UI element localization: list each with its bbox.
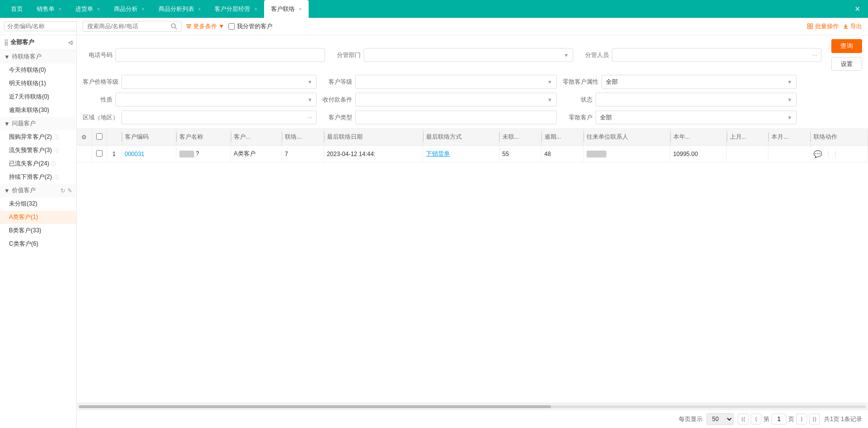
row-no-contact: 55 [499, 146, 541, 162]
sidebar-item-ungroup[interactable]: 未分组(32) [0, 197, 76, 211]
svg-rect-8 [811, 24, 813, 26]
unit-contact-blur [587, 151, 606, 158]
row-last-contact-method[interactable]: 下销货单 [423, 146, 499, 162]
close-sales-icon[interactable]: × [58, 6, 61, 12]
query-button[interactable]: 查询 [831, 39, 862, 53]
filter-customer-type: 客户类型 [323, 110, 562, 124]
row-name: ? [176, 146, 230, 162]
batch-ops-button[interactable]: 批量操作 [807, 22, 839, 31]
sidebar-item-b-class[interactable]: B类客户(33) [0, 224, 76, 237]
status-select[interactable]: ▼ [596, 93, 797, 107]
sidebar-search-input[interactable] [4, 21, 77, 31]
filter-customer-level: 客户等级 ▼ [323, 75, 562, 89]
nature-chevron-down-icon: ▼ [307, 97, 312, 103]
chat-icon[interactable]: 💬 [814, 150, 822, 158]
type-column-header: 客户... [230, 129, 281, 146]
next-page-button[interactable]: ⟩ [796, 414, 807, 425]
nav-customer-tier[interactable]: 客户分层经营 × [208, 0, 264, 18]
edit-icon[interactable]: ✎ [67, 187, 72, 194]
page-size-select[interactable]: 50 100 200 [706, 413, 734, 425]
region-select[interactable]: ··· [121, 110, 317, 124]
retail-attr-select[interactable]: 全部 ▼ [601, 75, 797, 89]
close-purchase-icon[interactable]: × [97, 6, 100, 12]
sidebar-item-a-class[interactable]: A类客户(1) [0, 211, 76, 224]
scrollbar-thumb[interactable] [79, 405, 551, 408]
sidebar-item-hoarding[interactable]: 囤购异常客户(2) ⓘ [0, 130, 76, 144]
last-page-button[interactable]: ⟩⟩ [809, 414, 820, 425]
nav-product-analysis[interactable]: 商品分析 × [107, 0, 152, 18]
close-all-button[interactable]: × [851, 4, 864, 14]
row-last-contact-date: 2023-04-12 14:44: [324, 146, 423, 162]
settings-button[interactable]: 设置 [831, 57, 862, 71]
row-this-year: 10995.00 [670, 146, 726, 162]
row-index: 1 [107, 146, 121, 162]
nav-sales[interactable]: 销售单 × [30, 0, 68, 18]
prev-page-button[interactable]: ⟨ [751, 414, 761, 425]
sidebar-item-churn-warning[interactable]: 流失预警客户(3) ⓘ [0, 144, 76, 157]
nav-purchase[interactable]: 进货单 × [68, 0, 107, 18]
checkbox-column-header[interactable] [92, 129, 107, 146]
retail-customer-chevron-down-icon: ▼ [787, 115, 792, 120]
close-customer-contact-icon[interactable]: × [299, 6, 302, 12]
select-all-checkbox[interactable] [96, 133, 103, 140]
main-search-input[interactable] [87, 23, 168, 30]
sidebar-item-c-class[interactable]: C类客户(6) [0, 237, 76, 251]
pending-contact-group[interactable]: ▼ 待联络客户 [0, 50, 76, 63]
my-customers-checkbox[interactable]: 我分管的客户 [228, 22, 272, 31]
price-level-select[interactable]: ▼ [121, 75, 317, 89]
top-navigation: 首页 销售单 × 进货单 × 商品分析 × 商品分析列表 × 客户分层经营 × … [0, 0, 868, 18]
all-customers-header[interactable]: ⣿ 全部客户 ◁ [0, 35, 76, 50]
customer-level-select[interactable]: ▼ [355, 75, 556, 89]
overdue-column-header: 逾期... [541, 129, 583, 146]
payment-select[interactable]: ▼ [355, 93, 556, 107]
sidebar-item-churned[interactable]: 已流失客户(24) ⓘ [0, 157, 76, 170]
nature-select[interactable]: ▼ [115, 93, 317, 107]
qr-icon[interactable]: ⋮⋮ [825, 150, 839, 158]
refresh-icon[interactable]: ↻ [60, 187, 65, 194]
row-checkbox[interactable] [96, 150, 103, 157]
first-page-button[interactable]: ⟨⟨ [738, 414, 749, 425]
more-filters-button[interactable]: 更多条件 ▼ [186, 22, 224, 31]
pagination-bar: 每页显示 50 100 200 ⟨⟨ ⟨ 第 页 ⟩ ⟩⟩ 共1页 1条记录 [77, 410, 868, 428]
svg-line-3 [175, 27, 177, 29]
sidebar-item-overdue[interactable]: 逾期未联络(30) [0, 104, 76, 117]
dept-select[interactable]: ▼ [364, 48, 573, 62]
customer-type-input[interactable] [355, 110, 556, 124]
sidebar: ⣿ 全部客户 ◁ ▼ 待联络客户 今天待联络(0) 明天待联络(1) 近7天待联… [0, 18, 77, 428]
close-product-list-icon[interactable]: × [198, 6, 201, 12]
status-chevron-down-icon: ▼ [787, 97, 792, 103]
sidebar-item-tomorrow[interactable]: 明天待联络(1) [0, 77, 76, 90]
nav-home[interactable]: 首页 [4, 0, 30, 18]
close-customer-tier-icon[interactable]: × [254, 6, 257, 12]
collapse-sidebar-icon[interactable]: ◁ [68, 40, 72, 45]
payment-chevron-down-icon: ▼ [547, 97, 552, 103]
svg-rect-7 [808, 24, 810, 26]
value-customers-group[interactable]: ▼ 价值客户 ↻ ✎ [0, 184, 76, 197]
close-product-analysis-icon[interactable]: × [142, 6, 145, 12]
no-contact-column-header: 未联... [499, 129, 541, 146]
sidebar-item-today[interactable]: 今天待联络(0) [0, 63, 76, 77]
phone-input[interactable] [115, 48, 325, 62]
page-number-input[interactable] [771, 414, 786, 425]
filter-dept: 分管部门 ▼ [331, 48, 579, 62]
filter-row-3: 性质 ▼ 收付款条件 ▼ 状态 [83, 93, 862, 107]
nav-product-analysis-list[interactable]: 商品分析列表 × [152, 0, 208, 18]
horizontal-scrollbar[interactable] [77, 403, 868, 410]
export-button[interactable]: 导出 [843, 22, 862, 31]
problem-customers-group[interactable]: ▼ 问题客户 [0, 117, 76, 130]
svg-rect-9 [808, 27, 810, 29]
nav-customer-contact[interactable]: 客户联络 × [264, 0, 309, 18]
gear-column-header[interactable]: ⚙ [77, 129, 92, 146]
my-customers-check[interactable] [228, 23, 235, 30]
sidebar-item-declining[interactable]: 持续下滑客户(2) ⓘ [0, 170, 76, 184]
row-checkbox-cell[interactable] [92, 146, 107, 162]
row-actions: 💬 ⋮⋮ [811, 146, 868, 162]
sidebar-item-7days[interactable]: 近7天待联络(0) [0, 90, 76, 104]
last-contact-date-column-header: 最后联络日期 [324, 129, 423, 146]
retail-attr-chevron-down-icon: ▼ [787, 79, 792, 85]
retail-customer-select[interactable]: 全部 ▼ [596, 110, 797, 124]
row-code[interactable]: 000031 [121, 146, 176, 162]
dept-chevron-down-icon: ▼ [564, 53, 569, 58]
main-search-icon[interactable] [170, 23, 177, 30]
manager-input[interactable]: ··· [612, 48, 821, 62]
